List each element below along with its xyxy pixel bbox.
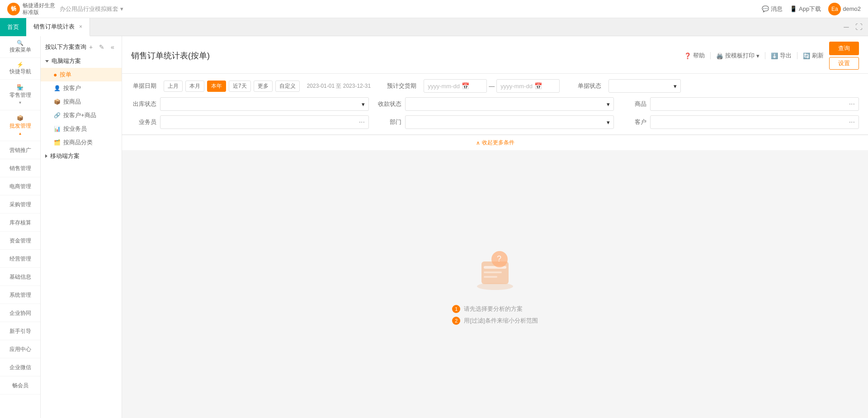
customer-select[interactable]: ··· xyxy=(650,115,859,129)
preset-this-month[interactable]: 本月 xyxy=(185,81,204,92)
customer-label: 客户 xyxy=(621,118,646,126)
sidebar-item-marketing[interactable]: 营销推广 xyxy=(0,141,40,159)
page-header: 销售订单统计表(按单) ❓ 帮助 🖨️ 按模板打印 ▾ ⬇️ 导出 xyxy=(122,36,868,74)
help-button[interactable]: ❓ 帮助 xyxy=(684,52,705,60)
svg-rect-4 xyxy=(484,276,497,278)
preset-this-year[interactable]: 本年 xyxy=(207,81,226,92)
tab-home[interactable]: 首页 xyxy=(0,18,26,36)
export-button[interactable]: ⬇️ 导出 xyxy=(771,52,792,60)
breadcrumb[interactable]: 办公用品行业模拟账套 ▾ xyxy=(60,5,123,13)
tree-group-desktop-header[interactable]: 电脑端方案 xyxy=(41,54,122,68)
top-bar-left: 畅 畅捷通好生意 标准版 办公用品行业模拟账套 ▾ xyxy=(7,2,123,15)
active-scheme-icon: ● xyxy=(53,71,57,78)
filter-row-2: 出库状态 ▾ 收款状态 ▾ 商品 xyxy=(131,97,859,111)
salesperson-scheme-icon: 📊 xyxy=(53,125,61,133)
sidebar-item-member[interactable]: 畅会员 xyxy=(0,376,40,394)
salesperson-more-icon: ··· xyxy=(359,118,365,126)
tab-sales-statistics[interactable]: 销售订单统计表 × xyxy=(26,18,90,36)
sidebar-item-operation[interactable]: 经营管理 xyxy=(0,250,40,268)
date-label: 单据日期 xyxy=(131,82,156,90)
tab-maximize-button[interactable]: ⛶ xyxy=(854,22,864,33)
filter-row-3: 业务员 ··· 部门 ▾ 客户 xyxy=(131,115,859,129)
export-icon: ⬇️ xyxy=(771,52,778,59)
sidebar-item-inventory[interactable]: 库存核算 xyxy=(0,214,40,232)
dept-select[interactable]: ▾ xyxy=(405,115,614,129)
logo-area: 畅 畅捷通好生意 标准版 xyxy=(7,2,55,15)
message-button[interactable]: 💬 消息 xyxy=(762,5,783,13)
print-expand-icon: ▾ xyxy=(756,52,760,59)
collapse-icon: ∧ xyxy=(476,140,480,146)
tab-minimize-button[interactable]: ─ xyxy=(841,22,852,33)
sidebar-item-newbie[interactable]: 新手引导 xyxy=(0,322,40,340)
tree-item-by-customer[interactable]: 👤 按客户 xyxy=(41,81,122,95)
main-layout: 🔍 搜索菜单 ⚡ 快捷导航 🏪 零售管理 ▾ 📦 批发管理 ▴ 营销推广 销售管… xyxy=(0,36,868,418)
sidebar-item-wholesale[interactable]: 📦 批发管理 ▴ xyxy=(0,110,40,141)
out-status-select[interactable]: ▾ xyxy=(160,97,369,111)
expected-delivery-control: yyyy-mm-dd 📅 — yyyy-mm-dd 📅 xyxy=(424,79,560,93)
retail-icon: 🏪 xyxy=(0,84,40,90)
doc-status-label: 单据状态 xyxy=(576,82,601,90)
tree-collapse-icon xyxy=(45,154,47,158)
page-header-actions: ❓ 帮助 🖨️ 按模板打印 ▾ ⬇️ 导出 🔄 刷新 xyxy=(684,42,859,70)
tree-item-by-customer-goods[interactable]: 🔗 按客户+商品 xyxy=(41,109,122,122)
tab-bar-actions: ─ ⛶ xyxy=(841,22,868,33)
retail-expand-icon: ▾ xyxy=(19,100,21,105)
tree-group-mobile-header[interactable]: 移动端方案 xyxy=(41,149,122,163)
print-button[interactable]: 🖨️ 按模板打印 ▾ xyxy=(716,52,760,60)
tab-close-icon[interactable]: × xyxy=(79,24,82,30)
goods-select[interactable]: ··· xyxy=(650,97,859,111)
calendar-start-icon: 📅 xyxy=(462,82,469,90)
sidebar-item-sales[interactable]: 销售管理 xyxy=(0,159,40,177)
salesperson-select[interactable]: ··· xyxy=(160,115,369,129)
doc-status-select[interactable]: ▾ xyxy=(609,79,681,93)
tree-item-by-salesperson[interactable]: 📊 按业务员 xyxy=(41,122,122,136)
edit-scheme-button[interactable]: ✎ xyxy=(97,43,106,52)
dept-col: 部门 ▾ xyxy=(376,115,614,129)
out-status-chevron-icon: ▾ xyxy=(362,101,365,108)
tree-item-by-goods[interactable]: 📦 按商品 xyxy=(41,95,122,109)
app-download-button[interactable]: 📱 App下载 xyxy=(790,5,821,13)
tree-item-by-order[interactable]: ● 按单 xyxy=(41,68,122,81)
settings-button[interactable]: 设置 xyxy=(829,57,859,70)
quick-nav-button[interactable]: ⚡ 快捷导航 xyxy=(0,58,40,80)
svg-text:?: ? xyxy=(497,254,501,263)
sidebar-item-finance[interactable]: 资金管理 xyxy=(0,232,40,250)
preset-custom[interactable]: 自定义 xyxy=(275,81,300,92)
preset-more[interactable]: 更多 xyxy=(254,81,273,92)
query-settings-group: 查询 设置 xyxy=(829,42,859,70)
tree-item-by-goods-category[interactable]: 🗂️ 按商品分类 xyxy=(41,136,122,149)
date-range-display: 2023-01-01 至 2023-12-31 xyxy=(307,82,371,90)
sidebar-item-purchase[interactable]: 采购管理 xyxy=(0,195,40,214)
sidebar-item-enterprise-collab[interactable]: 企业协同 xyxy=(0,304,40,322)
query-button[interactable]: 查询 xyxy=(829,42,859,55)
collapse-bar[interactable]: ∧ 收起更多条件 xyxy=(122,135,868,150)
sidebar-item-basic-info[interactable]: 基础信息 xyxy=(0,268,40,286)
tab-bar: 首页 销售订单统计表 × ─ ⛶ xyxy=(0,18,868,36)
receipt-status-select[interactable]: ▾ xyxy=(405,97,614,111)
expected-delivery-end[interactable]: yyyy-mm-dd 📅 xyxy=(496,79,560,93)
refresh-button[interactable]: 🔄 刷新 xyxy=(803,52,824,60)
add-scheme-button[interactable]: + xyxy=(86,43,95,52)
tree-group-desktop: 电脑端方案 ● 按单 👤 按客户 📦 按商品 🔗 按客户+商品 📊 按业务员 xyxy=(41,54,122,149)
user-avatar[interactable]: Ea demo2 xyxy=(828,3,861,15)
divider xyxy=(710,52,711,59)
expected-delivery-start[interactable]: yyyy-mm-dd 📅 xyxy=(424,79,487,93)
customer-goods-scheme-icon: 🔗 xyxy=(53,112,61,119)
sidebar-item-retail[interactable]: 🏪 零售管理 ▾ xyxy=(0,80,40,110)
filter-row-1: 单据日期 上月 本月 本年 近7天 更多 自定义 2023-01-01 至 20… xyxy=(131,79,859,93)
tree-expand-icon xyxy=(45,60,49,62)
customer-col: 客户 ··· xyxy=(621,115,859,129)
sidebar-item-enterprise-wechat[interactable]: 企业微信 xyxy=(0,358,40,376)
sidebar-item-ecommerce[interactable]: 电商管理 xyxy=(0,177,40,195)
search-menu-button[interactable]: 🔍 搜索菜单 xyxy=(0,36,40,58)
salesperson-col: 业务员 ··· xyxy=(131,115,369,129)
sidebar-item-app-center[interactable]: 应用中心 xyxy=(0,340,40,358)
empty-hint-1: 1 请先选择要分析的方案 xyxy=(452,305,538,313)
collapse-panel-button[interactable]: « xyxy=(108,43,117,52)
preset-7days[interactable]: 近7天 xyxy=(229,81,251,92)
svg-rect-3 xyxy=(484,271,502,273)
goods-col: 商品 ··· xyxy=(621,97,859,111)
sidebar-item-system[interactable]: 系统管理 xyxy=(0,286,40,304)
preset-last-month[interactable]: 上月 xyxy=(164,81,183,92)
sidebar: 🔍 搜索菜单 ⚡ 快捷导航 🏪 零售管理 ▾ 📦 批发管理 ▴ 营销推广 销售管… xyxy=(0,36,41,418)
